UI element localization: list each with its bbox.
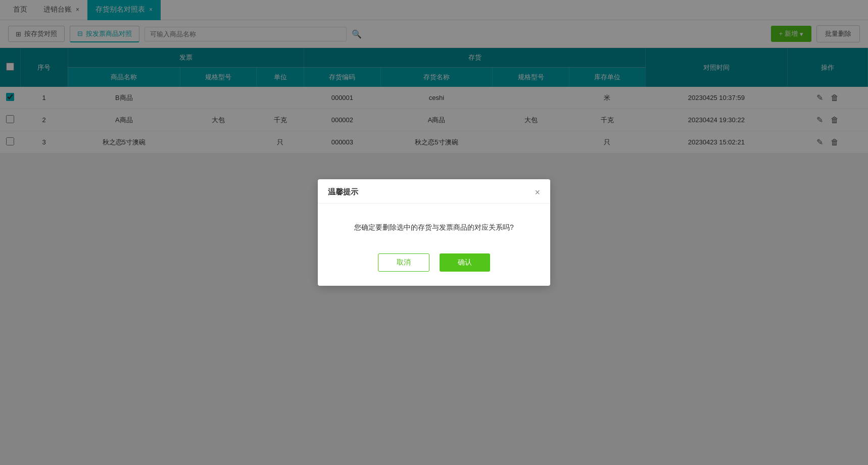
- modal-overlay: 温馨提示 × 您确定要删除选中的存货与发票商品的对应关系吗? 取消 确认: [0, 0, 868, 153]
